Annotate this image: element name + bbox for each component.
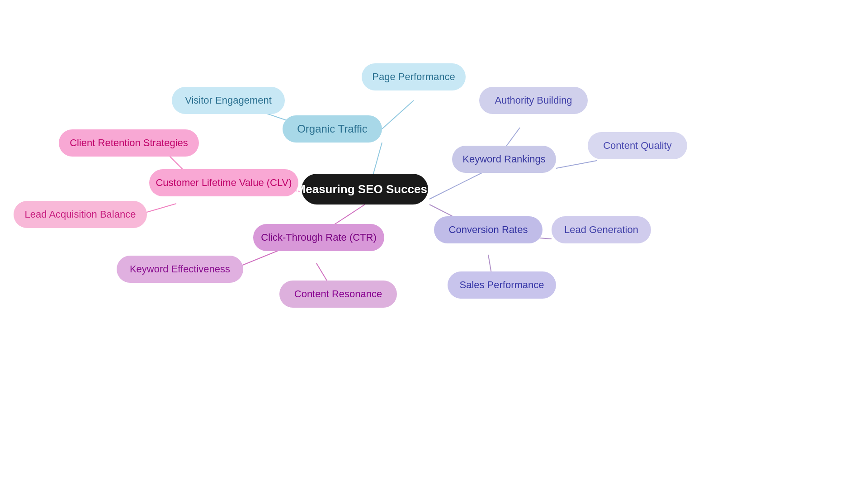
visitor-engagement-label: Visitor Engagement: [185, 95, 272, 106]
ctr-node[interactable]: Click-Through Rate (CTR): [253, 224, 384, 251]
center-label: Measuring SEO Success: [296, 182, 434, 196]
page-performance-node[interactable]: Page Performance: [362, 63, 466, 90]
authority-building-label: Authority Building: [495, 95, 572, 106]
svg-line-3: [429, 170, 488, 199]
client-retention-label: Client Retention Strategies: [70, 137, 188, 149]
authority-building-node[interactable]: Authority Building: [479, 87, 588, 114]
conversion-rates-node[interactable]: Conversion Rates: [434, 216, 542, 243]
keyword-rankings-label: Keyword Rankings: [462, 153, 545, 165]
content-quality-node[interactable]: Content Quality: [588, 132, 687, 159]
visitor-engagement-node[interactable]: Visitor Engagement: [172, 87, 285, 114]
center-node[interactable]: Measuring SEO Success: [302, 174, 428, 205]
ctr-label: Click-Through Rate (CTR): [261, 232, 377, 243]
customer-lifetime-node[interactable]: Customer Lifetime Value (CLV): [149, 169, 298, 196]
content-resonance-label: Content Resonance: [294, 288, 382, 300]
content-resonance-node[interactable]: Content Resonance: [279, 281, 397, 308]
lead-acquisition-label: Lead Acquisition Balance: [25, 209, 136, 220]
sales-performance-node[interactable]: Sales Performance: [448, 271, 556, 299]
keyword-effectiveness-node[interactable]: Keyword Effectiveness: [117, 256, 243, 283]
lead-acquisition-node[interactable]: Lead Acquisition Balance: [14, 201, 147, 228]
svg-line-5: [556, 161, 597, 168]
conversion-rates-label: Conversion Rates: [449, 224, 528, 236]
lead-generation-label: Lead Generation: [564, 224, 638, 236]
organic-traffic-label: Organic Traffic: [297, 123, 368, 135]
sales-performance-label: Sales Performance: [459, 279, 544, 291]
content-quality-label: Content Quality: [603, 140, 672, 152]
client-retention-node[interactable]: Client Retention Strategies: [59, 129, 199, 157]
svg-line-1: [382, 100, 414, 129]
keyword-effectiveness-label: Keyword Effectiveness: [130, 263, 230, 275]
organic-traffic-node[interactable]: Organic Traffic: [283, 115, 382, 143]
keyword-rankings-node[interactable]: Keyword Rankings: [452, 146, 556, 173]
page-performance-label: Page Performance: [372, 71, 455, 83]
lead-generation-node[interactable]: Lead Generation: [552, 216, 651, 243]
customer-lifetime-label: Customer Lifetime Value (CLV): [156, 177, 292, 189]
